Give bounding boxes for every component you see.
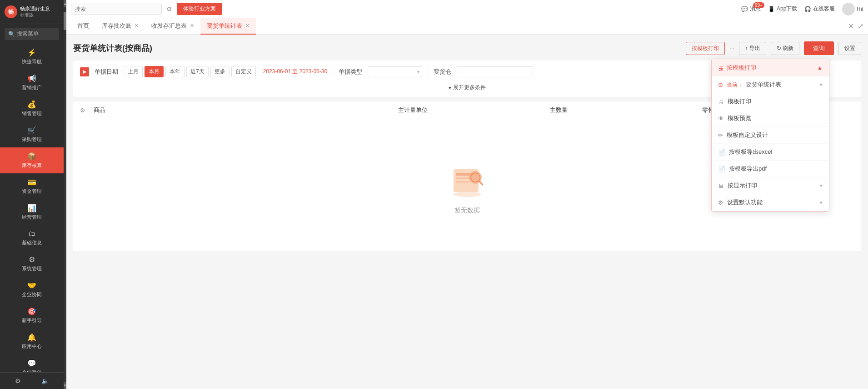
goods-filter-input[interactable] — [457, 66, 533, 77]
main-content: ⚙ 体验行业方案 💬 消息 99+ 📱 App下载 🎧 在线客服 Rit — [66, 0, 868, 389]
sidebar: 畅 畅康通好生意 标准版 🔍 搜索菜单 ⚡ 快捷导航 📢 营销推广 💰 销售管理… — [0, 0, 64, 389]
app-download-button[interactable]: 📱 App下载 — [768, 5, 797, 13]
topbar-right: 💬 消息 99+ 📱 App下载 🎧 在线客服 Rit — [741, 3, 863, 15]
sidebar-nav: ⚡ 快捷导航 📢 营销推广 💰 销售管理 🛒 采购管理 📦 库存核算 💳 资金管… — [0, 44, 64, 372]
date-btn-custom[interactable]: 自定义 — [231, 66, 256, 77]
logo-text-block: 畅康通好生意 标准版 — [20, 5, 50, 18]
user-avatar[interactable]: Rit — [842, 3, 863, 15]
search-menu-button[interactable]: 🔍 搜索菜单 — [5, 28, 59, 40]
tab-close-inventory-batch[interactable]: ✕ — [135, 23, 139, 29]
empty-state-icon — [444, 156, 490, 201]
sidebar-item-shortcut[interactable]: ⚡ 快捷导航 — [0, 44, 64, 70]
default-func-icon: ⚙ — [718, 199, 723, 206]
messages-button[interactable]: 💬 消息 99+ — [741, 5, 761, 13]
display-print-icon: 🖥 — [718, 182, 724, 189]
sidebar-logo: 畅 畅康通好生意 标准版 — [0, 0, 64, 24]
dropdown-item-default-func[interactable]: ⚙ 设置默认功能 ▾ — [712, 194, 829, 211]
finance-icon: 💳 — [27, 178, 36, 187]
sales-icon: 💰 — [27, 100, 36, 109]
goods-filter-label: 要货仓 — [434, 68, 451, 76]
date-filter-label: 单据日期 — [95, 68, 118, 76]
sidebar-audio-button[interactable]: 🔈 — [41, 377, 49, 384]
tab-receipt-summary[interactable]: 收发存汇总表 ✕ — [145, 18, 200, 35]
dropdown-chevron-up-icon[interactable]: ▲ — [817, 65, 823, 71]
expand-more-button[interactable]: ▾ 展开更多条件 — [449, 84, 486, 91]
query-button[interactable]: 查询 — [804, 41, 834, 55]
svg-line-7 — [479, 181, 483, 185]
settings-small-button[interactable]: 设置 — [838, 42, 861, 55]
refresh-button[interactable]: ↻ 刷新 — [771, 42, 799, 55]
avatar-img — [842, 3, 855, 15]
dropdown-item-current[interactable]: ⊙ 当前： 要货单统计表 ▾ — [712, 76, 829, 93]
tab-inventory-batch[interactable]: 库存批次账 ✕ — [95, 18, 145, 35]
dropdown-item-template-preview[interactable]: 👁 模板预览 — [712, 110, 829, 127]
sidebar-item-basic[interactable]: 🗂 基础信息 — [0, 225, 64, 251]
tab-close-order-stats[interactable]: ✕ — [245, 23, 249, 29]
sidebar-item-guide[interactable]: 🎯 新手引导 — [0, 303, 64, 328]
sidebar-settings-button[interactable]: ⚙ — [15, 377, 21, 384]
operation-icon: 📊 — [27, 204, 36, 212]
topbar-search-input[interactable] — [71, 4, 162, 15]
filter-divider-2 — [428, 67, 428, 76]
dropdown-item-template-excel[interactable]: 📄 按模板导出excel — [712, 144, 829, 161]
sidebar-item-sales[interactable]: 💰 销售管理 — [0, 96, 64, 121]
page-actions: 按模板打印 ··· ↑ 导出 ↻ 刷新 查询 设置 🖨 — [686, 41, 861, 55]
purchase-icon: 🛒 — [27, 126, 36, 135]
sidebar-item-marketing[interactable]: 📢 营销推广 — [0, 70, 64, 96]
tab-fullscreen-button[interactable]: ⤢ — [858, 22, 863, 30]
online-service-button[interactable]: 🎧 在线客服 — [804, 5, 835, 13]
display-print-arrow-icon: ▾ — [820, 183, 823, 189]
dropdown-item-display-print[interactable]: 🖥 按显示打印 ▾ — [712, 177, 829, 194]
service-icon: 🎧 — [804, 6, 811, 12]
sidebar-item-finance[interactable]: 💳 资金管理 — [0, 173, 64, 199]
date-btn-this-month[interactable]: 本月 — [145, 66, 164, 77]
topbar-settings-icon[interactable]: ⚙ — [166, 5, 172, 13]
dropdown-header: 🖨 按模板打印 ▲ — [712, 59, 829, 76]
date-btn-this-year[interactable]: 本年 — [165, 66, 185, 77]
svg-rect-4 — [456, 181, 469, 183]
date-btn-last-month[interactable]: 上月 — [124, 66, 143, 77]
dropdown-item-template-custom[interactable]: ✏ 模板自定义设计 — [712, 127, 829, 144]
sidebar-search-area: 🔍 搜索菜单 — [0, 24, 64, 44]
sidebar-item-cooperation[interactable]: 🤝 企业协同 — [0, 277, 64, 303]
sidebar-item-appstore[interactable]: 🔔 应用中心 — [0, 328, 64, 354]
message-icon: 💬 — [741, 6, 748, 12]
date-btn-7days[interactable]: 近7天 — [186, 66, 209, 77]
dropdown-current-icon: ⊙ — [718, 81, 723, 88]
page-title: 要货单统计表(按商品) — [73, 43, 152, 54]
dropdown-item-template-pdf[interactable]: 📄 按模板导出pdf — [712, 161, 829, 177]
sidebar-item-wechat[interactable]: 💬 企业微信 — [0, 354, 64, 372]
dropdown-header-left: 🖨 按模板打印 — [718, 64, 756, 72]
date-btn-more[interactable]: 更多 — [210, 66, 229, 77]
column-settings-icon[interactable]: ⚙ — [80, 107, 94, 114]
sidebar-item-operation[interactable]: 📊 经营管理 — [0, 199, 64, 225]
tab-bar: 首页 库存批次账 ✕ 收发存汇总表 ✕ 要货单统计表 ✕ ✕ ⤢ — [66, 18, 868, 35]
print-dropdown-menu: 🖨 按模板打印 ▲ ⊙ 当前： 要货单统计表 ▾ — [711, 59, 829, 212]
tabs-right-actions: ✕ ⤢ — [848, 22, 863, 30]
refresh-icon: ↻ — [777, 45, 781, 51]
logo-name: 畅康通好生意 — [20, 5, 50, 12]
trial-button[interactable]: 体验行业方案 — [177, 3, 222, 15]
system-icon: ⚙ — [29, 255, 35, 264]
template-pdf-icon: 📄 — [718, 166, 725, 172]
sidebar-item-inventory[interactable]: 📦 库存核算 — [0, 147, 64, 173]
date-buttons: 上月 本月 本年 近7天 更多 自定义 — [124, 66, 256, 77]
print-button[interactable]: 按模板打印 — [686, 42, 725, 55]
marketing-icon: 📢 — [27, 74, 36, 83]
tab-close-all-button[interactable]: ✕ — [848, 22, 854, 30]
dropdown-current-label: 当前： 要货单统计表 — [727, 81, 781, 89]
tab-home[interactable]: 首页 — [71, 18, 95, 35]
export-button[interactable]: ↑ 导出 — [739, 42, 766, 55]
sidebar-item-purchase[interactable]: 🛒 采购管理 — [0, 121, 64, 147]
sidebar-item-system[interactable]: ⚙ 系统管理 — [0, 251, 64, 277]
topbar: ⚙ 体验行业方案 💬 消息 99+ 📱 App下载 🎧 在线客服 Rit — [66, 0, 868, 18]
tab-close-receipt-summary[interactable]: ✕ — [190, 23, 194, 29]
col-header-goods: 商品 — [94, 106, 398, 114]
col-header-unit: 主计量单位 — [398, 106, 550, 114]
more-options-icon[interactable]: ··· — [729, 45, 735, 52]
expand-filter-icon[interactable]: ▶ — [80, 67, 89, 76]
type-select[interactable] — [368, 66, 422, 77]
dropdown-item-template-print[interactable]: 🖨 模板打印 — [712, 93, 829, 110]
cooperation-icon: 🤝 — [27, 281, 36, 290]
tab-order-stats[interactable]: 要货单统计表 ✕ — [200, 18, 256, 35]
